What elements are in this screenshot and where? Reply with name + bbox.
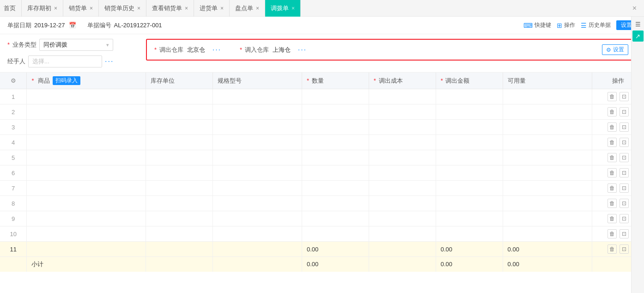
row-delete-icon[interactable]: 🗑 [608,183,617,193]
row-copy-icon[interactable]: ⊡ [620,153,629,162]
tab-stock-init[interactable]: 库存期初 × [22,0,63,17]
row-delete-icon[interactable]: 🗑 [608,199,617,208]
cost-cell[interactable] [369,120,436,135]
qty-cell[interactable] [302,150,369,165]
spec-cell [213,211,302,226]
sidebar-list-button[interactable]: ☰ [632,18,644,30]
unit-cell [146,150,213,165]
row-copy-icon[interactable]: ⊡ [620,214,629,223]
product-cell[interactable] [27,89,146,104]
row-copy-icon[interactable]: ⊡ [620,168,629,177]
th-qty: * 数量 [302,73,369,89]
product-cell[interactable] [27,211,146,226]
cost-cell[interactable] [369,150,436,165]
th-amount: * 调出金额 [436,73,503,89]
row-copy-icon[interactable]: ⊡ [620,122,629,132]
row-copy-icon[interactable]: ⊡ [620,229,629,238]
table-header-row: ⚙ * 商品 扫码录入 库存单位 规格型号 * 数量 [0,73,644,89]
unit-cell [146,211,213,226]
row-copy-icon[interactable]: ⊡ [620,199,629,208]
row-delete-icon[interactable]: 🗑 [608,244,617,254]
out-warehouse-more-icon[interactable]: ··· [213,46,221,54]
s-qty: 0.00 [302,257,369,272]
qty-cell[interactable] [302,120,369,135]
tab-stock-check[interactable]: 盘点单 × [230,0,265,17]
tab-stock-init-close[interactable]: × [54,5,57,12]
window-close-button[interactable]: × [629,4,640,12]
cost-cell[interactable] [369,196,436,211]
qty-cell[interactable] [302,211,369,226]
spec-cell [213,89,302,104]
qty-cell[interactable] [302,165,369,181]
scan-input-button[interactable]: 扫码录入 [53,76,80,85]
history-icon: ☰ [581,22,587,29]
spec-cell [213,120,302,135]
tab-home[interactable]: 首页 [4,0,22,17]
tab-transfer[interactable]: 调拨单 × [265,0,301,17]
warehouse-settings-button[interactable]: ⚙ 设置 [602,44,628,55]
cost-cell[interactable] [369,104,436,120]
product-cell[interactable] [27,104,146,120]
tab-purchase[interactable]: 进货单 × [194,0,230,17]
cost-cell[interactable] [369,89,436,104]
row-copy-icon[interactable]: ⊡ [620,244,629,254]
product-cell[interactable] [27,226,146,242]
history-button[interactable]: ☰ 历史单据 [581,21,611,29]
operator-select[interactable]: 选择... [28,55,102,67]
tab-stock-check-close[interactable]: × [256,5,259,12]
calendar-icon[interactable]: 📅 [69,22,76,29]
qty-cell[interactable] [302,226,369,242]
product-cell[interactable] [27,165,146,181]
cost-cell[interactable] [369,165,436,181]
product-cell[interactable] [27,150,146,165]
cost-cell[interactable] [369,211,436,226]
operator-more-icon[interactable]: ··· [105,57,114,66]
row-delete-icon[interactable]: 🗑 [608,153,617,162]
qty-cell[interactable] [302,181,369,196]
tab-transfer-close[interactable]: × [292,5,295,12]
tab-purchase-close[interactable]: × [220,5,224,12]
unit-cell [146,120,213,135]
tab-sales-history[interactable]: 销货单历史 × [99,0,146,17]
row-copy-icon[interactable]: ⊡ [620,107,629,116]
spec-cell [213,165,302,181]
row-delete-icon[interactable]: 🗑 [608,122,617,132]
doc-no-label: 单据编号 [87,21,111,30]
qty-cell[interactable] [302,104,369,120]
tab-sales[interactable]: 销货单 × [63,0,99,17]
row-copy-icon[interactable]: ⊡ [620,183,629,193]
tab-view-sales-close[interactable]: × [185,5,188,12]
shortcut-button[interactable]: ⌨ 快捷键 [523,21,551,29]
qty-cell[interactable] [302,89,369,104]
tab-sales-history-close[interactable]: × [137,5,140,12]
product-cell[interactable] [27,135,146,150]
row-delete-icon[interactable]: 🗑 [608,107,617,116]
cost-cell[interactable] [369,181,436,196]
product-cell[interactable] [27,181,146,196]
s2 [146,257,213,272]
row-delete-icon[interactable]: 🗑 [608,92,617,101]
cost-cell[interactable] [369,135,436,150]
cost-cell[interactable] [369,226,436,242]
in-warehouse-more-icon[interactable]: ··· [298,46,307,54]
gear-icon[interactable]: ⚙ [11,77,16,84]
row-delete-icon[interactable]: 🗑 [608,138,617,147]
operation-button[interactable]: ⊞ 操作 [557,21,575,29]
row-delete-icon[interactable]: 🗑 [608,168,617,177]
row-copy-icon[interactable]: ⊡ [620,138,629,147]
product-cell[interactable] [27,196,146,211]
biz-type-star: * [7,41,10,48]
tab-view-sales[interactable]: 查看销货单 × [146,0,194,17]
doc-date-value: 2019-12-27 [34,22,65,29]
row-delete-icon[interactable]: 🗑 [608,229,617,238]
qty-cell[interactable] [302,135,369,150]
qty-cell[interactable] [302,196,369,211]
row-delete-icon[interactable]: 🗑 [608,214,617,223]
product-cell[interactable] [27,120,146,135]
items-table-container: ⚙ * 商品 扫码录入 库存单位 规格型号 * 数量 [0,73,644,272]
sidebar-export-button[interactable]: ↗ [632,31,644,42]
row-copy-icon[interactable]: ⊡ [620,92,629,101]
row-num: 5 [0,150,27,165]
tab-sales-close[interactable]: × [90,5,93,12]
biz-type-select[interactable]: 同价调拨 ▾ [39,39,113,51]
